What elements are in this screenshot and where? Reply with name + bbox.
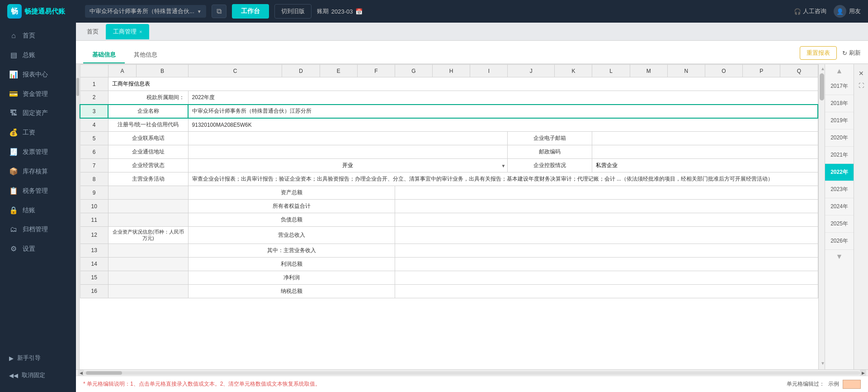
equity-value-cell[interactable] [395,200,818,213]
year-nav-up-button[interactable]: ▲ [825,64,854,78]
main-biz-label-cell: 主营业务活动 [108,172,188,186]
total-revenue-value-cell[interactable] [395,227,818,244]
sub-tabs-left: 基础信息 其他信息 [83,47,166,62]
regcode-value-cell[interactable]: 91320100MA208E5W6K [188,118,818,132]
scroll-left-arrow[interactable]: ◀ [78,370,84,376]
newuser-icon: ▶ [9,355,14,362]
vertical-scrollbar[interactable]: ▲ ▼ [818,64,825,369]
sidebar-item-home[interactable]: ⌂ 首页 [0,26,76,45]
year-item-2017[interactable]: 2017年 [825,78,854,95]
year-nav-down-button[interactable]: ▼ [825,250,854,263]
year-sidebar: ▲ 2017年 2018年 2019年 2020年 2021年 2022年 20… [825,64,854,369]
panel-close-button[interactable]: ✕ [857,68,866,79]
sidebar-item-newuser[interactable]: ▶ 新手引导 [0,349,76,367]
support-button[interactable]: 🎧 人工咨询 [794,7,826,15]
period-area: 账期 2023-03 📅 [317,7,363,15]
workbench-button[interactable]: 工作台 [232,4,269,19]
spreadsheet-container[interactable]: A B C D E F G H I J K L [80,64,818,369]
main-revenue-value-cell[interactable] [395,244,818,257]
year-item-2026[interactable]: 2026年 [825,233,854,250]
sidebar-item-archive[interactable]: 🗂 归档管理 [0,220,76,239]
email-value-cell[interactable] [592,132,818,145]
old-version-button[interactable]: 切到旧版 [274,4,311,19]
status-bar: * 单元格编辑说明：1、点击单元格直接录入数值或文本。2、清空单元格数值或文本恢… [76,376,868,392]
sidebar-item-fixed-assets[interactable]: 🏗 固定资产 [0,104,76,123]
status-note: * 单元格编辑说明：1、点击单元格直接录入数值或文本。2、清空单元格数值或文本恢… [83,380,321,388]
headset-icon: 🎧 [794,8,801,15]
row-header: 6 [80,145,108,159]
table-row: 6 企业通信地址 邮政编码 [80,145,818,159]
refresh-button[interactable]: ↻ 刷新 [842,49,861,57]
sidebar-item-unpin[interactable]: ◀◀ 取消固定 [0,367,76,384]
year-item-2022[interactable]: 2022年 [825,164,854,181]
postcode-value-cell[interactable] [592,145,818,159]
sidebar-item-settings[interactable]: ⚙ 设置 [0,239,76,258]
reports-icon: 📊 [9,70,18,79]
liabilities-value-cell[interactable] [395,213,818,227]
year-item-2019[interactable]: 2019年 [825,112,854,129]
asset-status-label-cell [108,186,188,200]
sidebar-item-ledger[interactable]: ▤ 总账 [0,45,76,65]
sidebar-item-closing[interactable]: 🔒 结账 [0,201,76,220]
col-header-a: A [108,65,136,77]
company-selector[interactable]: 中审众环会计师事务所（特殊普通合伙... ▼ [85,5,206,18]
phone-value-cell[interactable] [188,132,508,145]
company-name-value-cell[interactable]: 中审众环会计师事务所（特殊普通合伙）江苏分所 [188,105,818,118]
net-profit-value-cell[interactable] [395,271,818,284]
year-item-2020[interactable]: 2020年 [825,129,854,147]
year-item-2021[interactable]: 2021年 [825,147,854,164]
scroll-right-arrow[interactable]: ▶ [860,370,866,376]
tab-industrial[interactable]: 工商管理 × [106,24,149,39]
sidebar-item-tax[interactable]: 📋 税务管理 [0,181,76,201]
h-scroll-track[interactable] [84,371,860,375]
row-header: 9 [80,186,108,200]
sub-tab-basic[interactable]: 基础信息 [83,47,125,63]
sidebar-item-inventory[interactable]: 📦 库存核算 [0,162,76,181]
tab-close-button[interactable]: × [139,29,142,34]
copy-button[interactable]: ⧉ [212,5,226,18]
row-header: 3 [80,105,108,118]
year-item-2018[interactable]: 2018年 [825,95,854,112]
scroll-up-arrow[interactable]: ▲ [819,64,825,73]
total-tax-value-cell[interactable] [395,284,818,298]
table-row: 3 企业名称 中审众环会计师事务所（特殊普通合伙）江苏分所 [80,105,818,118]
sub-tabs: 基础信息 其他信息 重置报表 ↻ 刷新 [76,41,868,64]
calendar-icon[interactable]: 📅 [355,8,363,15]
reset-button[interactable]: 重置报表 [800,46,837,60]
table-row: 9 资产总额 [80,186,818,200]
user-area[interactable]: 👤 用友 [834,5,861,18]
holding-value-cell[interactable]: 私营企业 [592,159,818,172]
horizontal-scrollbar[interactable]: ◀ ▶ [76,369,868,376]
tab-bar: 首页 工商管理 × [76,23,868,41]
empty-merged-cell-2 [108,213,188,227]
address-value-cell[interactable] [188,145,508,159]
scroll-thumb[interactable] [820,73,824,100]
total-assets-value-cell[interactable] [395,186,818,200]
tab-home[interactable]: 首页 [81,24,104,39]
sidebar-item-finance[interactable]: 💳 资金管理 [0,84,76,104]
sidebar-item-label: 库存核算 [23,167,48,176]
sidebar-item-payroll[interactable]: 💰 工资 [0,123,76,142]
sidebar-item-reports[interactable]: 📊 报表中心 [0,65,76,84]
year-item-2025[interactable]: 2025年 [825,215,854,233]
scroll-down-arrow[interactable]: ▼ [819,359,825,368]
main-revenue-label-cell: 其中：主营业务收入 [188,244,395,257]
col-header-c: C [188,65,282,77]
sidebar-item-invoice[interactable]: 🧾 发票管理 [0,142,76,162]
phone-label-cell: 企业联系电话 [108,132,188,145]
biz-status-value-cell[interactable]: 开业▼ [188,159,508,172]
sub-tab-other[interactable]: 其他信息 [125,47,166,63]
col-header-k: K [555,65,592,77]
panel-expand-button[interactable]: ⛶ [857,81,866,91]
col-header-n: N [667,65,705,77]
title-cell[interactable]: 工商年报信息表 [108,77,818,91]
year-item-2024[interactable]: 2024年 [825,198,854,215]
period-value-cell[interactable]: 2022年度 [188,91,818,105]
net-profit-label-cell: 净利润 [188,271,395,284]
h-scroll-thumb[interactable] [86,371,122,375]
col-header-h: H [433,65,470,77]
total-profit-value-cell[interactable] [395,257,818,271]
main-biz-value-cell[interactable]: 审查企业会计报表；出具审计报告；验证企业资本；出具验资报告；办理企业合开、分立、… [188,172,818,186]
year-item-2023[interactable]: 2023年 [825,181,854,198]
support-label: 人工咨询 [803,7,826,15]
